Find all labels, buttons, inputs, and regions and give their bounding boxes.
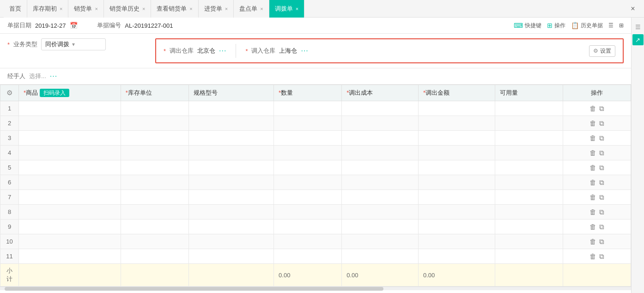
qty-cell-11[interactable] [274,249,342,264]
available-cell-8[interactable] [495,205,563,220]
tab-inventory[interactable]: 盘点单 × [234,0,269,18]
unit-cell-11[interactable] [121,249,188,264]
unit-cell-9[interactable] [121,220,188,234]
amount-cell-5[interactable] [418,160,495,175]
tab-sales-order[interactable]: 销货单 × [68,0,103,18]
scan-button[interactable]: 扫码录入 [40,89,69,97]
available-cell-1[interactable] [495,101,563,116]
delete-icon-1[interactable]: 🗑 [589,104,596,112]
product-cell-2[interactable] [19,116,121,131]
close-view-sales[interactable]: × [189,6,192,12]
cost-cell-10[interactable] [342,234,419,249]
available-cell-2[interactable] [495,116,563,131]
qty-cell-4[interactable] [274,146,342,160]
tab-transfer[interactable]: 调拨单 × [269,0,304,18]
window-close-button[interactable]: × [626,0,640,18]
business-type-select[interactable]: 同价调拨 ▾ [41,38,106,50]
copy-icon-8[interactable]: ⧉ [599,208,604,216]
available-cell-4[interactable] [495,146,563,160]
unit-cell-10[interactable] [121,234,188,249]
handler-select[interactable]: 选择... [29,72,46,80]
delete-icon-9[interactable]: 🗑 [589,223,596,231]
tab-view-sales[interactable]: 查看销货单 × [151,0,198,18]
cost-cell-1[interactable] [342,101,419,116]
unit-cell-8[interactable] [121,205,188,220]
delete-icon-3[interactable]: 🗑 [589,134,596,142]
qty-cell-10[interactable] [274,234,342,249]
spec-cell-7[interactable] [189,190,274,205]
amount-cell-8[interactable] [418,205,495,220]
calendar-icon[interactable]: 📅 [70,22,78,29]
amount-cell-6[interactable] [418,175,495,190]
copy-icon-2[interactable]: ⧉ [599,119,604,128]
tab-sales-history[interactable]: 销货单历史 × [104,0,151,18]
unit-cell-4[interactable] [121,146,188,160]
copy-icon-7[interactable]: ⧉ [599,193,604,201]
spec-cell-10[interactable] [189,234,274,249]
copy-icon-3[interactable]: ⧉ [599,134,604,142]
available-cell-3[interactable] [495,131,563,146]
transfer-in-more-btn[interactable]: ··· [301,47,308,55]
qty-cell-8[interactable] [274,205,342,220]
cost-cell-9[interactable] [342,220,419,234]
copy-icon-4[interactable]: ⧉ [599,149,604,157]
operations-btn[interactable]: ⊞ 操作 [547,22,565,30]
cost-cell-5[interactable] [342,160,419,175]
product-cell-8[interactable] [19,205,121,220]
unit-cell-6[interactable] [121,175,188,190]
product-cell-1[interactable] [19,101,121,116]
spec-cell-3[interactable] [189,131,274,146]
spec-cell-1[interactable] [189,101,274,116]
product-cell-11[interactable] [19,249,121,264]
amount-cell-1[interactable] [418,101,495,116]
delete-icon-6[interactable]: 🗑 [589,178,596,186]
close-transfer[interactable]: × [296,6,298,12]
amount-cell-7[interactable] [418,190,495,205]
delete-icon-11[interactable]: 🗑 [589,252,596,260]
cost-cell-6[interactable] [342,175,419,190]
shortcuts-btn[interactable]: ⌨ 快捷键 [514,22,541,30]
product-cell-5[interactable] [19,160,121,175]
cost-cell-2[interactable] [342,116,419,131]
spec-cell-6[interactable] [189,175,274,190]
qty-cell-2[interactable] [274,116,342,131]
unit-cell-7[interactable] [121,190,188,205]
close-purchase[interactable]: × [225,6,228,12]
close-inventory[interactable]: × [260,6,263,12]
tab-initial-stock[interactable]: 库存期初 × [27,0,68,18]
available-cell-5[interactable] [495,160,563,175]
spec-cell-9[interactable] [189,220,274,234]
cost-cell-7[interactable] [342,190,419,205]
transfer-out-more-btn[interactable]: ··· [219,47,226,55]
tab-home[interactable]: 首页 [4,0,27,18]
qty-cell-5[interactable] [274,160,342,175]
qty-cell-7[interactable] [274,190,342,205]
copy-icon-1[interactable]: ⧉ [599,104,604,113]
close-sales-order[interactable]: × [95,6,97,12]
sidebar-export-btn[interactable]: ↗ [632,34,644,45]
amount-cell-2[interactable] [418,116,495,131]
sidebar-list-btn[interactable]: ☰ [632,21,644,32]
qty-cell-3[interactable] [274,131,342,146]
settings-button[interactable]: ⚙ 设置 [589,45,615,57]
delete-icon-10[interactable]: 🗑 [589,238,596,245]
qty-cell-6[interactable] [274,175,342,190]
spec-cell-8[interactable] [189,205,274,220]
cost-cell-4[interactable] [342,146,419,160]
unit-cell-3[interactable] [121,131,188,146]
scrollbar-area[interactable] [0,287,631,290]
available-cell-11[interactable] [495,249,563,264]
delete-icon-2[interactable]: 🗑 [589,119,596,127]
spec-cell-5[interactable] [189,160,274,175]
amount-cell-11[interactable] [418,249,495,264]
amount-cell-3[interactable] [418,131,495,146]
cost-cell-8[interactable] [342,205,419,220]
copy-icon-11[interactable]: ⧉ [599,252,604,261]
spec-cell-4[interactable] [189,146,274,160]
spec-cell-11[interactable] [189,249,274,264]
copy-icon-10[interactable]: ⧉ [599,238,604,246]
delete-icon-8[interactable]: 🗑 [589,208,596,216]
product-cell-4[interactable] [19,146,121,160]
close-sales-history[interactable]: × [142,6,145,12]
qty-cell-9[interactable] [274,220,342,234]
